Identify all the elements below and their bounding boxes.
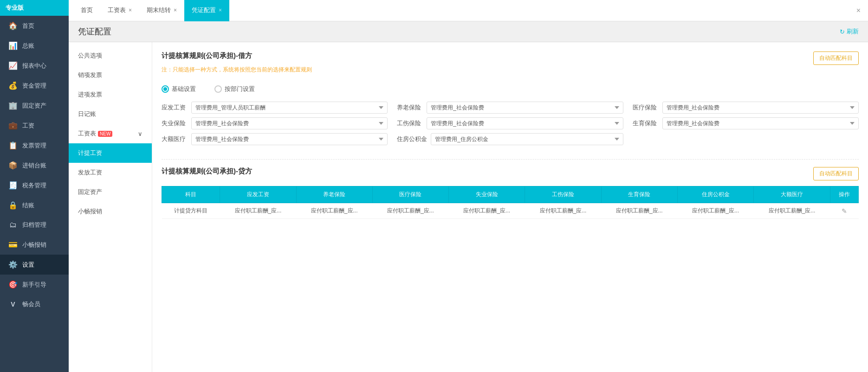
edit-icon[interactable]: ✎	[842, 207, 847, 215]
debit-section: 计提核算规则(公司承担)-借方 注：只能选择一种方式，系统将按照您当前的选择来配…	[162, 51, 859, 145]
debit-form-row-3: 大额医疗 管理费用_社会保险费 住房公积金 管理费用_住房公积金	[162, 133, 859, 145]
td-gongjijin: 应付职工薪酬_应...	[678, 203, 754, 219]
sidebar-item-invoice[interactable]: 📋 发票管理	[0, 135, 69, 155]
sidebar-item-label: 固定资产	[22, 102, 46, 110]
sidebar-item-label: 归档管理	[22, 221, 46, 229]
credit-section-title: 计提核算规则(公司承担)-贷方	[162, 167, 252, 176]
form-select-shiye[interactable]: 管理费用_社会保险费	[191, 117, 388, 129]
refresh-label: 刷新	[847, 27, 859, 36]
form-item-shiye: 失业保险 管理费用_社会保险费	[162, 117, 388, 129]
form-select-gongshang[interactable]: 管理费用_社会保险费	[427, 117, 623, 129]
form-select-gongjijin[interactable]: 管理费用_住房公积金	[431, 133, 623, 145]
main-area: 首页 工资表 × 期末结转 × 凭证配置 × × 凭证配置 ↻ 刷新 公共选项	[69, 0, 868, 372]
credit-auto-match-button[interactable]: 自动匹配科目	[813, 167, 859, 180]
debit-auto-match-button[interactable]: 自动匹配科目	[813, 51, 859, 65]
tab-period-close-close[interactable]: ×	[174, 7, 177, 13]
sidebar-item-ledger[interactable]: 📊 总账	[0, 36, 69, 56]
sidebar-item-label: 工资	[22, 122, 34, 130]
left-nav-xiaochang-expense[interactable]: 小畅报销	[69, 202, 152, 221]
home-icon: 🏠	[8, 21, 18, 30]
tab-period-close-label: 期末结转	[147, 6, 171, 14]
table-header-row: 科目 应发工资 养老保险 医疗保险 失业保险 工伤保险 生育保险 住房公积金 大…	[162, 186, 859, 203]
form-select-daeliao[interactable]: 管理费用_社会保险费	[191, 133, 388, 145]
form-item-gongjijin: 住房公积金 管理费用_住房公积金	[397, 133, 623, 145]
tab-voucher-config[interactable]: 凭证配置 ×	[184, 0, 229, 21]
left-nav-public[interactable]: 公共选项	[69, 46, 152, 65]
sidebar-item-xiaochang[interactable]: 💳 小畅报销	[0, 235, 69, 255]
tab-period-close[interactable]: 期末结转 ×	[139, 0, 184, 21]
credit-section: 计提核算规则(公司承担)-贷方 自动匹配科目 科目 应发工资 养老保险 医疗保险…	[162, 167, 859, 219]
td-yingfa: 应付职工薪酬_应...	[220, 203, 296, 219]
assets-icon: 🏢	[8, 101, 18, 110]
sidebar-item-salary[interactable]: 💼 工资	[0, 115, 69, 135]
left-nav: 公共选项 销项发票 进项发票 日记账 工资表 NEW ∨ 计提工资	[69, 42, 152, 372]
tab-salary-table-close[interactable]: ×	[129, 7, 132, 13]
radio-basic[interactable]: 基础设置	[162, 85, 196, 93]
left-nav-cancel-invoice[interactable]: 销项发票	[69, 65, 152, 85]
sidebar-item-label: 畅会员	[22, 300, 40, 308]
sidebar-item-reports[interactable]: 📈 报表中心	[0, 56, 69, 76]
th-subject: 科目	[162, 186, 220, 203]
th-action: 操作	[830, 186, 858, 203]
sidebar-item-label: 发票管理	[22, 141, 46, 150]
debit-section-title: 计提核算规则(公司承担)-借方	[162, 51, 312, 60]
debit-form-row-1: 应发工资 管理费用_管理人员职工薪酬 养老保险 管理费用_社会保险费 医疗保险	[162, 102, 859, 114]
th-daeliao: 大额医疗	[754, 186, 830, 203]
member-icon: V	[8, 301, 18, 308]
table-row: 计提贷方科目 应付职工薪酬_应... 应付职工薪酬_应... 应付职工薪酬_应.…	[162, 203, 859, 219]
sidebar-item-label: 首页	[22, 22, 34, 30]
sidebar-item-tax[interactable]: 🧾 税务管理	[0, 175, 69, 195]
tab-salary-table-label: 工资表	[108, 6, 126, 14]
sidebar-item-closing[interactable]: 🔒 结账	[0, 195, 69, 215]
tab-home[interactable]: 首页	[73, 0, 100, 21]
form-select-yingfa[interactable]: 管理费用_管理人员职工薪酬	[191, 102, 388, 114]
closing-icon: 🔒	[8, 201, 18, 210]
sidebar-item-funds[interactable]: 💰 资金管理	[0, 76, 69, 96]
sidebar-item-settings[interactable]: ⚙️ 设置	[0, 255, 69, 275]
td-shiye: 应付职工薪酬_应...	[449, 203, 525, 219]
archive-icon: 🗂	[8, 221, 18, 229]
th-yanglao: 养老保险	[296, 186, 372, 203]
tab-salary-table[interactable]: 工资表 ×	[100, 0, 139, 21]
td-yanglao: 应付职工薪酬_应...	[296, 203, 372, 219]
funds-icon: 💰	[8, 81, 18, 90]
radio-dept-circle	[214, 85, 222, 93]
refresh-button[interactable]: ↻ 刷新	[840, 27, 859, 36]
debit-form-row-2: 失业保险 管理费用_社会保险费 工伤保险 管理费用_社会保险费 生育保险	[162, 117, 859, 129]
form-item-gongshang: 工伤保险 管理费用_社会保险费	[397, 117, 623, 129]
tab-voucher-config-label: 凭证配置	[192, 6, 216, 14]
sidebar-item-member[interactable]: V 畅会员	[0, 295, 69, 314]
left-nav-calc-salary[interactable]: 计提工资	[69, 143, 152, 163]
debit-section-note: 注：只能选择一种方式，系统将按照您当前的选择来配置规则	[162, 66, 312, 74]
content-area: 公共选项 销项发票 进项发票 日记账 工资表 NEW ∨ 计提工资	[69, 42, 868, 372]
chevron-down-icon: ∨	[138, 130, 143, 137]
left-nav-journal[interactable]: 日记账	[69, 104, 152, 124]
tab-voucher-config-close[interactable]: ×	[219, 7, 222, 13]
guide-icon: 🎯	[8, 280, 18, 289]
form-label-yanglao: 养老保险	[397, 103, 423, 112]
radio-dept[interactable]: 按部门设置	[214, 85, 255, 93]
sidebar-item-label: 设置	[22, 261, 34, 269]
radio-basic-circle	[162, 85, 169, 93]
left-nav-fixed-assets[interactable]: 固定资产	[69, 182, 152, 202]
sidebar-item-home[interactable]: 🏠 首页	[0, 16, 69, 36]
left-nav-salary-table[interactable]: 工资表 NEW ∨	[69, 124, 152, 143]
tab-bar-close[interactable]: ×	[849, 6, 868, 15]
tab-home-label: 首页	[81, 6, 93, 14]
sidebar-item-assets[interactable]: 🏢 固定资产	[0, 96, 69, 115]
form-select-yanglao[interactable]: 管理费用_社会保险费	[427, 102, 623, 114]
new-badge: NEW	[98, 131, 112, 137]
purchase-icon: 📦	[8, 161, 18, 170]
left-nav-input-invoice[interactable]: 进项发票	[69, 85, 152, 104]
form-select-shengyu[interactable]: 管理费用_社会保险费	[662, 117, 859, 129]
left-nav-pay-salary[interactable]: 发放工资	[69, 163, 152, 182]
sidebar-item-archive[interactable]: 🗂 归档管理	[0, 215, 69, 235]
reports-icon: 📈	[8, 61, 18, 70]
debit-radio-group: 基础设置 按部门设置	[162, 85, 859, 93]
form-select-yiliao[interactable]: 管理费用_社会保险费	[662, 102, 859, 114]
sidebar-item-guide[interactable]: 🎯 新手引导	[0, 275, 69, 295]
sidebar-item-purchase[interactable]: 📦 进销台账	[0, 155, 69, 175]
invoice-icon: 📋	[8, 141, 18, 150]
td-action[interactable]: ✎	[830, 203, 858, 219]
app-name: 专业版	[0, 0, 69, 16]
